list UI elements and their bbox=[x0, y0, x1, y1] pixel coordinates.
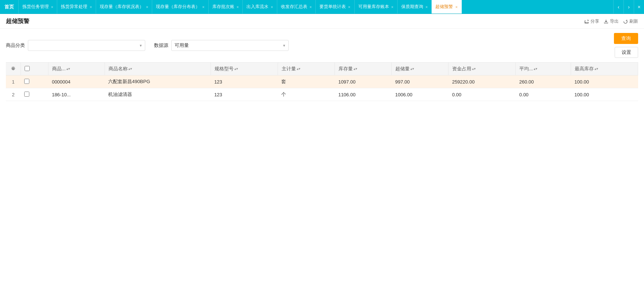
top-nav: 首页 拣货任务管理 × 拣货异常处理 × 现存量（库存状况表） × 现存量（库存… bbox=[0, 0, 644, 14]
nav-prev-btn[interactable]: ‹ bbox=[613, 0, 623, 14]
nav-tab-jianhuoyichang[interactable]: 拣货异常处理 × bbox=[57, 0, 96, 14]
nav-tab-churuku[interactable]: 出入库流水 × bbox=[243, 0, 277, 14]
row-checkbox[interactable] bbox=[24, 92, 29, 97]
row-avg: 0.00 bbox=[516, 88, 571, 101]
nav-tab-yaohuo[interactable]: 要货单统计表 × bbox=[316, 0, 354, 14]
row-spec: 123 bbox=[211, 88, 278, 101]
row-product-code: 186-10... bbox=[48, 88, 105, 101]
row-unit: 个 bbox=[278, 88, 334, 101]
row-spec: 123 bbox=[211, 75, 278, 88]
close-icon[interactable]: × bbox=[89, 5, 92, 9]
row-product-name: 机油滤清器 bbox=[105, 88, 211, 101]
row-checkbox-cell[interactable] bbox=[21, 88, 48, 101]
sort-icon: ▴▾ bbox=[66, 67, 70, 71]
close-icon[interactable]: × bbox=[237, 5, 239, 9]
nav-tab-xiancunliang2[interactable]: 现存量（库存分布表） × bbox=[152, 0, 208, 14]
sort-icon: ▴▾ bbox=[297, 67, 300, 71]
nav-tab-chaochuyujing[interactable]: 超储预警 × bbox=[432, 0, 461, 14]
export-button[interactable]: 导出 bbox=[604, 18, 619, 25]
row-overstock: 1006.00 bbox=[392, 88, 449, 101]
th-settings[interactable] bbox=[6, 63, 21, 75]
row-avg: 260.00 bbox=[516, 75, 571, 88]
share-button[interactable]: 分享 bbox=[584, 18, 599, 25]
page-container: 超储预警 分享 导出 刷新 商品 bbox=[0, 14, 644, 293]
nav-home[interactable]: 首页 bbox=[0, 0, 19, 14]
page-header: 超储预警 分享 导出 刷新 bbox=[0, 14, 644, 29]
refresh-icon bbox=[623, 19, 628, 24]
row-max-stock: 100.00 bbox=[571, 75, 638, 88]
th-capital[interactable]: 资金占用 ▴▾ bbox=[449, 63, 516, 75]
th-overstock[interactable]: 超储量 ▴▾ bbox=[392, 63, 449, 75]
row-product-code: 0000004 bbox=[48, 75, 105, 88]
datasource-select[interactable]: 可用量 ▾ bbox=[171, 40, 289, 51]
nav-tab-jianhuorenwu[interactable]: 拣货任务管理 × bbox=[19, 0, 57, 14]
close-icon[interactable]: × bbox=[202, 5, 204, 9]
table-wrapper: 商品... ▴▾ 商品名称 ▴▾ 规格型号 ▴▾ bbox=[0, 62, 644, 107]
datasource-filter-group: 数据源 可用量 ▾ bbox=[154, 40, 289, 51]
nav-arrows: ‹ › × bbox=[613, 0, 644, 14]
category-label: 商品分类 bbox=[6, 42, 25, 49]
chevron-down-icon: ▾ bbox=[283, 43, 285, 48]
sort-icon: ▴▾ bbox=[472, 67, 476, 71]
table-row: 2 186-10... 机油滤清器 123 个 1106.00 1006.00 … bbox=[6, 88, 638, 101]
nav-tab-kucunpici[interactable]: 库存批次账 × bbox=[209, 0, 243, 14]
datasource-select-value: 可用量 bbox=[175, 42, 189, 49]
row-capital: 259220.00 bbox=[449, 75, 516, 88]
close-icon[interactable]: × bbox=[348, 5, 350, 9]
close-icon[interactable]: × bbox=[391, 5, 394, 9]
nav-next-btn[interactable]: › bbox=[623, 0, 634, 14]
sort-icon: ▴▾ bbox=[234, 67, 238, 71]
sort-icon: ▴▾ bbox=[128, 67, 132, 71]
row-index: 2 bbox=[6, 88, 21, 101]
nav-tab-xiancunliang1[interactable]: 现存量（库存状况表） × bbox=[96, 0, 152, 14]
page-title: 超储预警 bbox=[6, 18, 29, 25]
close-icon[interactable]: × bbox=[455, 5, 457, 9]
header-actions: 分享 导出 刷新 bbox=[584, 18, 638, 25]
th-stock[interactable]: 库存量 ▴▾ bbox=[334, 63, 391, 75]
nav-tab-keyongliang[interactable]: 可用量库存账本 × bbox=[355, 0, 398, 14]
export-icon bbox=[604, 19, 608, 24]
nav-tab-baozhiqi[interactable]: 保质期查询 × bbox=[398, 0, 432, 14]
close-icon[interactable]: × bbox=[425, 5, 428, 9]
datasource-label: 数据源 bbox=[154, 42, 168, 49]
th-avg[interactable]: 平均... ▴▾ bbox=[516, 63, 571, 75]
select-all-checkbox[interactable] bbox=[25, 66, 30, 71]
sort-icon: ▴▾ bbox=[410, 67, 414, 71]
table-header-row: 商品... ▴▾ 商品名称 ▴▾ 规格型号 ▴▾ bbox=[6, 63, 638, 75]
nav-close-btn[interactable]: × bbox=[634, 0, 644, 14]
row-overstock: 997.00 bbox=[392, 75, 449, 88]
table-body: 1 0000004 六配套新昌490BPG 123 套 1097.00 997.… bbox=[6, 75, 638, 101]
th-spec[interactable]: 规格型号 ▴▾ bbox=[211, 63, 278, 75]
data-table: 商品... ▴▾ 商品名称 ▴▾ 规格型号 ▴▾ bbox=[6, 62, 638, 101]
th-max-stock[interactable]: 最高库存 ▴▾ bbox=[571, 63, 638, 75]
row-stock: 1106.00 bbox=[334, 88, 391, 101]
chevron-down-icon: ▾ bbox=[140, 43, 142, 48]
sort-icon: ▴▾ bbox=[534, 67, 537, 71]
close-icon[interactable]: × bbox=[51, 5, 53, 9]
row-capital: 0.00 bbox=[449, 88, 516, 101]
th-checkbox[interactable] bbox=[21, 63, 48, 75]
close-icon[interactable]: × bbox=[271, 5, 273, 9]
filter-actions: 查询 设置 bbox=[614, 33, 638, 58]
share-icon bbox=[584, 19, 589, 24]
th-product-code[interactable]: 商品... ▴▾ bbox=[48, 63, 105, 75]
category-select[interactable]: ▾ bbox=[28, 40, 145, 51]
close-icon[interactable]: × bbox=[310, 5, 312, 9]
th-product-name[interactable]: 商品名称 ▴▾ bbox=[105, 63, 211, 75]
refresh-button[interactable]: 刷新 bbox=[623, 18, 638, 25]
query-button[interactable]: 查询 bbox=[614, 33, 638, 44]
row-index: 1 bbox=[6, 75, 21, 88]
sort-icon: ▴▾ bbox=[354, 67, 357, 71]
filter-row: 商品分类 ▾ 数据源 可用量 ▾ 查询 设置 bbox=[0, 29, 644, 62]
sort-icon: ▴▾ bbox=[594, 67, 598, 71]
row-checkbox-cell[interactable] bbox=[21, 75, 48, 88]
row-stock: 1097.00 bbox=[334, 75, 391, 88]
th-unit[interactable]: 主计量 ▴▾ bbox=[278, 63, 334, 75]
category-filter-group: 商品分类 ▾ bbox=[6, 40, 145, 51]
row-unit: 套 bbox=[278, 75, 334, 88]
row-checkbox[interactable] bbox=[24, 79, 29, 84]
nav-tab-shofacun[interactable]: 收发存汇总表 × bbox=[277, 0, 316, 14]
gear-icon bbox=[11, 66, 16, 71]
settings-button[interactable]: 设置 bbox=[615, 47, 638, 58]
close-icon[interactable]: × bbox=[146, 5, 148, 9]
